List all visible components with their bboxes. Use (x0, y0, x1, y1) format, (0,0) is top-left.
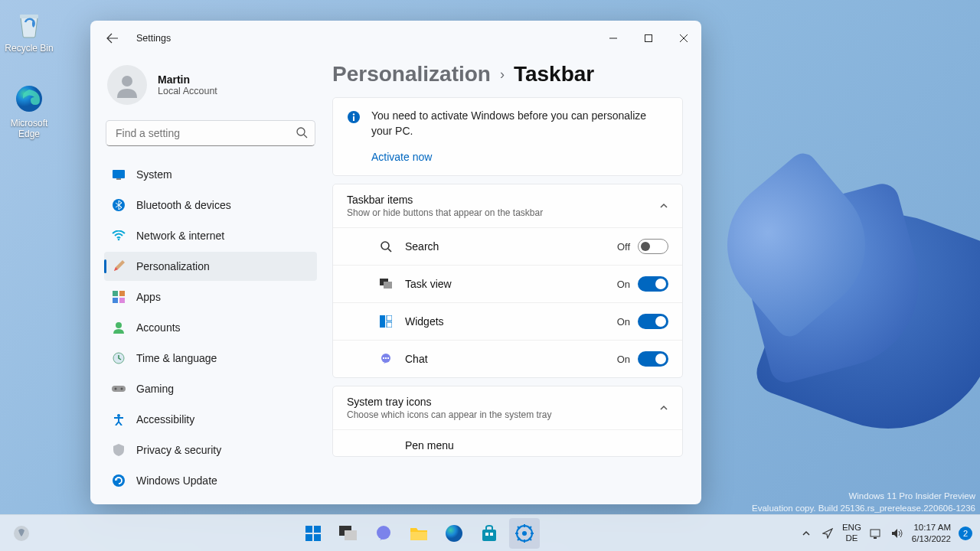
tray-overflow-icon[interactable] (799, 527, 813, 540)
search-input[interactable] (106, 120, 315, 146)
toggle-state: On (617, 354, 630, 365)
sidebar-item-system[interactable]: System (104, 160, 317, 189)
paintbrush-icon (112, 259, 126, 273)
sidebar-item-apps[interactable]: Apps (104, 282, 317, 311)
taskbar-edge[interactable] (439, 518, 469, 549)
svg-rect-11 (113, 291, 118, 296)
taskbar-task-view[interactable] (333, 518, 364, 549)
edge-icon (13, 83, 45, 115)
breadcrumb-parent[interactable]: Personalization (332, 62, 491, 86)
row-label: Task view (405, 278, 452, 290)
user-block[interactable]: Martin Local Account (104, 57, 317, 119)
sidebar-menu: System Bluetooth & devices Network & int… (104, 160, 317, 497)
row-label: Chat (405, 353, 428, 365)
chevron-right-icon: › (500, 67, 505, 83)
breadcrumb: Personalization › Taskbar (332, 62, 689, 86)
svg-point-15 (116, 322, 122, 328)
svg-rect-0 (20, 15, 38, 18)
notification-badge[interactable]: 2 (959, 527, 972, 540)
back-button[interactable] (101, 27, 124, 50)
clock[interactable]: 10:17 AM 6/13/2022 (912, 522, 951, 544)
svg-rect-47 (485, 533, 488, 536)
section-header-system-tray[interactable]: System tray icons Choose which icons can… (333, 386, 682, 429)
desktop-icon-recycle-bin[interactable]: Recycle Bin (0, 8, 58, 54)
svg-rect-40 (314, 534, 321, 541)
location-icon[interactable] (821, 527, 835, 540)
sidebar-item-accessibility[interactable]: Accessibility (104, 405, 317, 434)
close-button[interactable] (666, 21, 701, 56)
system-tray: ENG DE 10:17 AM 6/13/2022 2 (799, 522, 980, 544)
section-header-taskbar-items[interactable]: Taskbar items Show or hide buttons that … (333, 184, 682, 227)
svg-rect-13 (113, 298, 118, 303)
svg-point-20 (117, 414, 120, 417)
toggle-chat[interactable] (638, 351, 668, 367)
sidebar-item-network[interactable]: Network & internet (104, 221, 317, 250)
svg-rect-48 (490, 533, 493, 536)
recycle-bin-icon (13, 8, 45, 40)
sidebar-item-personalization[interactable]: Personalization (104, 252, 317, 281)
svg-rect-29 (380, 315, 385, 328)
section-title: System tray icons (347, 396, 551, 408)
accessibility-icon (112, 412, 126, 426)
toggle-widgets[interactable] (638, 314, 668, 329)
sidebar-item-time[interactable]: Time & language (104, 344, 317, 373)
toggle-task-view[interactable] (638, 276, 668, 292)
toggle-search[interactable] (638, 239, 668, 254)
svg-rect-46 (482, 530, 496, 541)
svg-rect-34 (385, 357, 387, 359)
svg-rect-31 (387, 322, 392, 328)
sidebar-item-update[interactable]: Windows Update (104, 466, 317, 495)
toggle-state: On (617, 279, 630, 290)
svg-rect-44 (410, 532, 427, 540)
desktop-icon-edge[interactable]: Microsoft Edge (0, 83, 58, 139)
sidebar-item-accounts[interactable]: Accounts (104, 313, 317, 342)
chevron-up-icon (659, 201, 668, 210)
svg-rect-28 (384, 282, 392, 289)
gaming-icon (112, 382, 126, 396)
sidebar-item-bluetooth[interactable]: Bluetooth & devices (104, 191, 317, 220)
volume-icon[interactable] (890, 527, 904, 540)
section-subtitle: Choose which icons can appear in the sys… (347, 409, 551, 420)
chat-icon (377, 353, 394, 365)
activation-banner: You need to activate Windows before you … (332, 97, 683, 176)
svg-point-19 (121, 388, 123, 390)
network-tray-icon[interactable] (869, 527, 883, 540)
taskbar-settings[interactable] (509, 518, 540, 549)
taskbar: ENG DE 10:17 AM 6/13/2022 2 (0, 514, 980, 551)
minimize-button[interactable] (596, 21, 631, 56)
window-title: Settings (136, 33, 171, 44)
user-name: Martin (158, 73, 217, 86)
svg-rect-33 (383, 357, 384, 359)
sidebar: Martin Local Account System Bluetooth & … (90, 56, 325, 504)
maximize-button[interactable] (631, 21, 666, 56)
section-subtitle: Show or hide buttons that appear on the … (347, 207, 543, 218)
taskbar-chat[interactable] (368, 518, 399, 549)
wifi-icon (112, 229, 126, 243)
language-indicator[interactable]: ENG DE (842, 523, 861, 543)
svg-rect-24 (353, 116, 354, 121)
update-icon (112, 474, 126, 487)
sidebar-item-privacy[interactable]: Privacy & security (104, 435, 317, 465)
watermark: Windows 11 Pro Insider Preview Evaluatio… (752, 490, 975, 514)
svg-point-4 (122, 76, 132, 86)
taskbar-widgets-button[interactable] (6, 518, 37, 549)
row-task-view: Task view On (333, 265, 682, 302)
avatar (107, 65, 147, 105)
titlebar: Settings (90, 21, 701, 56)
taskbar-items-section: Taskbar items Show or hide buttons that … (332, 184, 683, 378)
taskbar-center (38, 518, 799, 549)
taskbar-explorer[interactable] (403, 518, 434, 549)
row-label: Search (405, 240, 439, 253)
system-icon (112, 168, 126, 181)
row-chat: Chat On (333, 340, 682, 377)
svg-point-25 (381, 242, 389, 249)
wallpaper-bloom (674, 122, 980, 505)
settings-scroll[interactable]: You need to activate Windows before you … (332, 97, 689, 504)
start-button[interactable] (298, 518, 328, 549)
taskbar-store[interactable] (474, 518, 505, 549)
svg-rect-8 (116, 178, 121, 180)
clock-icon (112, 351, 126, 365)
sidebar-item-gaming[interactable]: Gaming (104, 374, 317, 403)
search-box[interactable] (106, 120, 315, 146)
activate-now-link[interactable]: Activate now (371, 151, 668, 163)
